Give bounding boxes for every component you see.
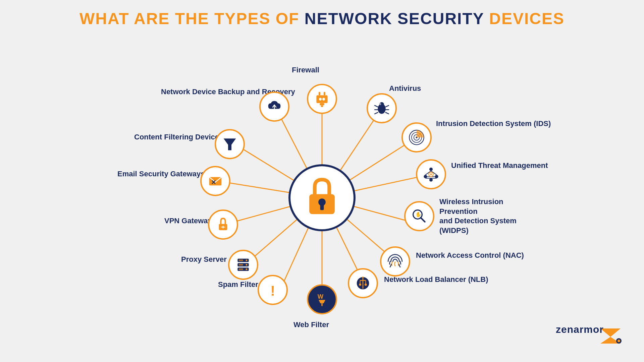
vpn-node xyxy=(208,209,238,240)
webfilter-node: W xyxy=(307,284,337,314)
title-part1: WHAT ARE THE TYPES OF xyxy=(79,10,305,27)
svg-text:✋: ✋ xyxy=(415,212,422,218)
firewall-node xyxy=(307,84,337,114)
svg-point-41 xyxy=(429,178,433,182)
svg-point-63 xyxy=(246,259,248,261)
backup-node xyxy=(259,92,289,122)
diagram-container: Firewall Antivirus Intrusion D xyxy=(0,34,644,355)
svg-rect-68 xyxy=(239,268,243,270)
svg-rect-21 xyxy=(321,105,323,107)
svg-line-31 xyxy=(386,113,389,114)
utm-node xyxy=(416,159,446,189)
svg-rect-67 xyxy=(239,264,243,266)
title-part3: DEVICES xyxy=(484,10,565,27)
svg-point-22 xyxy=(319,98,322,101)
svg-point-23 xyxy=(322,98,325,101)
svg-point-65 xyxy=(246,268,248,270)
svg-text:!: ! xyxy=(270,283,275,298)
antivirus-node xyxy=(367,93,397,123)
proxy-node xyxy=(228,250,258,280)
svg-line-30 xyxy=(375,113,378,114)
svg-rect-16 xyxy=(320,204,324,210)
svg-marker-57 xyxy=(319,300,325,303)
email-node xyxy=(200,166,230,196)
svg-point-38 xyxy=(429,168,433,171)
svg-point-37 xyxy=(419,133,421,135)
svg-rect-17 xyxy=(319,92,320,95)
svg-point-48 xyxy=(430,174,432,175)
svg-marker-76 xyxy=(224,138,236,150)
svg-line-50 xyxy=(421,218,425,222)
svg-line-27 xyxy=(386,106,389,107)
svg-point-64 xyxy=(246,264,248,266)
content-filtering-node xyxy=(215,129,245,159)
svg-rect-66 xyxy=(239,259,243,261)
widps-node: ✋ xyxy=(404,201,434,231)
svg-rect-58 xyxy=(321,303,322,306)
title-part2: NETWORK SECURITY xyxy=(305,10,484,27)
svg-rect-18 xyxy=(324,92,325,95)
spam-node: ! xyxy=(258,275,288,305)
ids-node xyxy=(401,122,432,153)
svg-line-26 xyxy=(375,106,378,107)
svg-rect-20 xyxy=(320,103,324,106)
svg-line-42 xyxy=(425,171,431,175)
page-title: WHAT ARE THE TYPES OF NETWORK SECURITY D… xyxy=(0,0,644,28)
center-lock-icon xyxy=(288,164,356,231)
svg-point-72 xyxy=(222,226,224,228)
nlb-node xyxy=(348,268,378,298)
svg-line-43 xyxy=(431,171,437,175)
svg-text:W: W xyxy=(318,293,324,300)
svg-marker-55 xyxy=(362,276,364,278)
svg-rect-19 xyxy=(316,95,327,103)
svg-point-32 xyxy=(379,103,381,105)
nac-node xyxy=(380,246,410,277)
